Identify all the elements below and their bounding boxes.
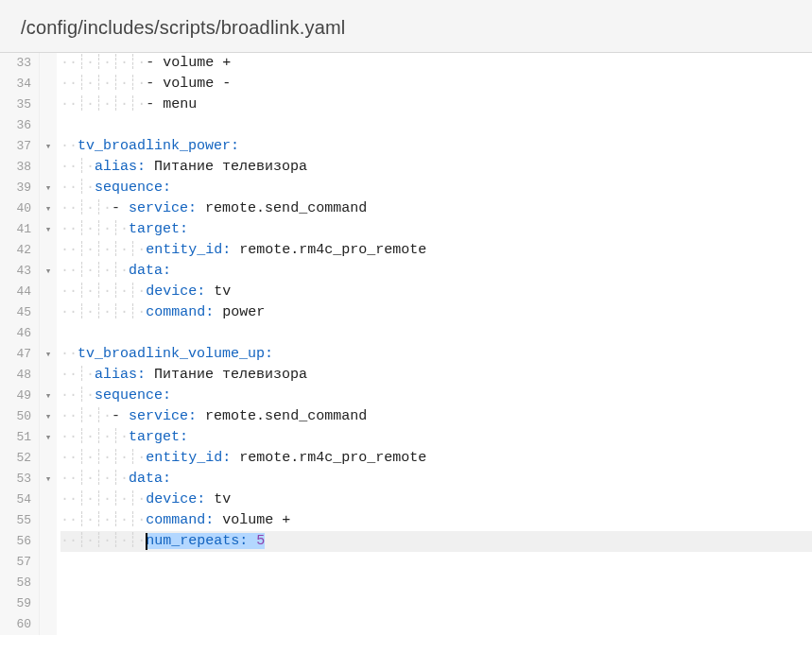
code-line[interactable]: ··┊·┊·┊·target: (60, 427, 812, 448)
yaml-key: sequence: (95, 180, 171, 196)
code-line[interactable]: ··┊·┊·┊·┊·- menu (60, 94, 812, 115)
fold-toggle-icon[interactable]: ▾ (40, 427, 57, 448)
code-line[interactable] (60, 115, 812, 136)
code-line[interactable]: ··┊·┊·┊·┊·command: power (60, 302, 812, 323)
line-number[interactable]: 48 (4, 365, 31, 386)
code-line[interactable]: ··┊·┊·┊·data: (60, 469, 812, 490)
fold-toggle-icon[interactable]: ▾ (40, 386, 57, 406)
code-line[interactable]: ··tv_broadlink_volume_up: (60, 344, 812, 365)
fold-toggle-icon[interactable]: ▾ (40, 469, 57, 490)
yaml-key: device: (146, 283, 205, 300)
yaml-string: Питание телевизора (146, 159, 307, 175)
yaml-key: command: (146, 512, 214, 528)
line-number[interactable]: 44 (4, 282, 31, 302)
code-line[interactable] (60, 323, 812, 344)
line-number[interactable]: 49 (4, 386, 31, 406)
line-number[interactable]: 46 (4, 323, 31, 344)
code-line[interactable]: ··┊·sequence: (60, 386, 812, 406)
line-number[interactable]: 55 (4, 510, 31, 531)
yaml-key: tv_broadlink_power: (78, 138, 239, 154)
line-number[interactable]: 34 (4, 74, 31, 94)
yaml-key: entity_id: (146, 450, 231, 466)
fold-spacer (40, 94, 57, 115)
line-number[interactable]: 50 (4, 406, 31, 427)
line-number[interactable]: 53 (4, 469, 31, 490)
fold-column[interactable]: ▾▾▾▾▾▾▾▾▾▾ (40, 53, 57, 635)
code-line[interactable]: ··┊·alias: Питание телевизора (60, 365, 812, 386)
indent-guide: ··┊·┊·┊·┊· (60, 96, 146, 112)
code-line[interactable]: ··┊·┊·┊·┊·- volume - (60, 74, 812, 94)
line-number[interactable]: 36 (4, 115, 31, 136)
code-line[interactable]: ··┊·┊·┊·┊·num_repeats: 5 (60, 531, 812, 552)
fold-toggle-icon[interactable]: ▾ (40, 136, 57, 157)
fold-toggle-icon[interactable]: ▾ (40, 344, 57, 365)
code-line[interactable]: ··┊·┊·- service: remote.send_command (60, 406, 812, 427)
indent-guide: ··┊·┊·┊· (60, 429, 129, 445)
indent-guide: ··┊·┊·┊·┊· (60, 533, 146, 549)
line-number[interactable]: 33 (4, 53, 31, 74)
code-line[interactable] (60, 552, 812, 573)
code-line[interactable]: ··tv_broadlink_power: (60, 136, 812, 157)
line-number-gutter[interactable]: 3334353637383940414243444546474849505152… (0, 53, 40, 635)
line-number[interactable]: 43 (4, 261, 31, 282)
code-line[interactable] (60, 573, 812, 593)
code-area[interactable]: ··┊·┊·┊·┊·- volume +··┊·┊·┊·┊·- volume -… (57, 53, 812, 635)
indent-guide: ··┊·┊·┊·┊· (60, 76, 146, 92)
code-line[interactable]: ··┊·┊·┊·┊·command: volume + (60, 510, 812, 531)
code-line[interactable] (60, 593, 812, 614)
yaml-key: target: (129, 429, 188, 445)
line-number[interactable]: 39 (4, 178, 31, 198)
file-path: /config/includes/scripts/broadlink.yaml (21, 17, 791, 39)
code-line[interactable]: ··┊·┊·┊·┊·device: tv (60, 282, 812, 302)
fold-toggle-icon[interactable]: ▾ (40, 261, 57, 282)
line-number[interactable]: 54 (4, 490, 31, 510)
fold-toggle-icon[interactable]: ▾ (40, 406, 57, 427)
code-line[interactable]: ··┊·alias: Питание телевизора (60, 157, 812, 178)
line-number[interactable]: 38 (4, 157, 31, 178)
line-number[interactable]: 42 (4, 240, 31, 261)
code-line[interactable]: ··┊·┊·┊·target: (60, 219, 812, 240)
line-number[interactable]: 41 (4, 219, 31, 240)
yaml-key: alias: (95, 159, 146, 175)
indent-guide: ··┊·┊·┊·┊· (60, 491, 146, 507)
code-line[interactable]: ··┊·┊·┊·┊·- volume + (60, 53, 812, 74)
line-number[interactable]: 45 (4, 302, 31, 323)
fold-spacer (40, 282, 57, 302)
line-number[interactable]: 56 (4, 531, 31, 552)
yaml-string (248, 533, 256, 549)
line-number[interactable]: 57 (4, 552, 31, 573)
code-line[interactable]: ··┊·┊·- service: remote.send_command (60, 198, 812, 219)
line-number[interactable]: 60 (4, 614, 31, 635)
code-line[interactable] (60, 614, 812, 635)
yaml-string: remote.send_command (197, 408, 367, 424)
line-number[interactable]: 51 (4, 427, 31, 448)
code-line[interactable]: ··┊·┊·┊·data: (60, 261, 812, 282)
yaml-dash: - (146, 96, 163, 112)
fold-spacer (40, 552, 57, 573)
line-number[interactable]: 58 (4, 573, 31, 593)
code-editor[interactable]: 3334353637383940414243444546474849505152… (0, 53, 812, 635)
yaml-key: data: (129, 471, 171, 487)
code-line[interactable]: ··┊·sequence: (60, 178, 812, 198)
line-number[interactable]: 47 (4, 344, 31, 365)
line-number[interactable]: 35 (4, 94, 31, 115)
fold-spacer (40, 240, 57, 261)
fold-spacer (40, 510, 57, 531)
indent-guide: ·· (60, 138, 78, 154)
yaml-key: tv_broadlink_volume_up: (78, 346, 273, 362)
code-line[interactable]: ··┊·┊·┊·┊·entity_id: remote.rm4c_pro_rem… (60, 448, 812, 469)
line-number[interactable]: 37 (4, 136, 31, 157)
code-line[interactable]: ··┊·┊·┊·┊·entity_id: remote.rm4c_pro_rem… (60, 240, 812, 261)
fold-toggle-icon[interactable]: ▾ (40, 178, 57, 198)
yaml-dash: - (112, 200, 129, 216)
fold-spacer (40, 74, 57, 94)
yaml-key: alias: (95, 367, 146, 383)
yaml-key: target: (129, 221, 188, 237)
code-line[interactable]: ··┊·┊·┊·┊·device: tv (60, 490, 812, 510)
line-number[interactable]: 52 (4, 448, 31, 469)
yaml-string: remote.send_command (197, 200, 367, 216)
fold-toggle-icon[interactable]: ▾ (40, 219, 57, 240)
line-number[interactable]: 40 (4, 198, 31, 219)
fold-toggle-icon[interactable]: ▾ (40, 198, 57, 219)
line-number[interactable]: 59 (4, 593, 31, 614)
